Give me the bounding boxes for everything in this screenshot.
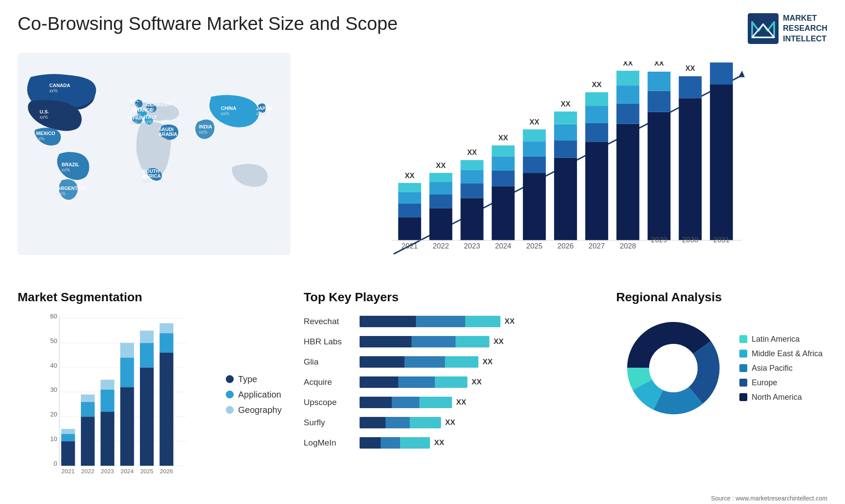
- legend-dot-type: [226, 375, 234, 383]
- player-bar-2: [360, 356, 478, 368]
- svg-text:xx%: xx%: [146, 107, 154, 112]
- player-bar-row-6: XX: [360, 436, 603, 450]
- svg-rect-115: [61, 434, 75, 442]
- players-title: Top Key Players: [304, 290, 603, 304]
- page-container: Co-Browsing Software Market Size and Sco…: [0, 0, 845, 504]
- bar-label-1: XX: [494, 337, 504, 346]
- svg-rect-83: [617, 71, 639, 85]
- svg-text:2026: 2026: [557, 242, 573, 250]
- players-section: Top Key Players Revechat HBR Labs Glia A…: [304, 290, 603, 501]
- bar-label-0: XX: [505, 317, 515, 326]
- svg-text:2028: 2028: [620, 242, 636, 250]
- header: Co-Browsing Software Market Size and Sco…: [18, 13, 827, 44]
- svg-text:CHINA: CHINA: [221, 106, 236, 111]
- player-name-1: HBR Labs: [304, 335, 342, 349]
- regional-legend: Latin America Middle East & Africa Asia …: [739, 335, 823, 402]
- player-bar-6: [360, 437, 430, 449]
- svg-rect-91: [679, 77, 702, 99]
- player-name-2: Glia: [304, 355, 342, 369]
- svg-text:2027: 2027: [588, 242, 605, 250]
- svg-rect-71: [554, 112, 577, 124]
- legend-label-application: Application: [238, 390, 281, 400]
- svg-text:XX: XX: [498, 134, 508, 142]
- svg-rect-94: [710, 62, 733, 84]
- legend-label-geography: Geography: [238, 405, 282, 415]
- svg-text:xx%: xx%: [256, 111, 265, 116]
- legend-dot-geography: [226, 406, 234, 414]
- svg-rect-119: [81, 402, 95, 417]
- player-bar-3: [360, 376, 467, 388]
- svg-text:XX: XX: [561, 100, 570, 108]
- svg-rect-76: [585, 106, 608, 123]
- bar-label-3: XX: [472, 378, 482, 387]
- svg-text:2021: 2021: [62, 468, 75, 475]
- svg-text:xx%: xx%: [129, 121, 138, 125]
- svg-text:xx%: xx%: [49, 88, 58, 93]
- svg-text:xx%: xx%: [199, 130, 207, 135]
- svg-rect-88: [647, 72, 670, 91]
- svg-text:2021: 2021: [401, 242, 418, 250]
- svg-rect-56: [492, 186, 514, 241]
- svg-text:30: 30: [50, 387, 57, 394]
- svg-text:60: 60: [50, 313, 57, 320]
- legend-text-asia: Asia Pacific: [752, 364, 793, 373]
- segmentation-section: Market Segmentation 0 10 20 30 40 50 60: [18, 290, 290, 501]
- regional-legend-asia: Asia Pacific: [739, 364, 823, 373]
- bar-label-4: XX: [456, 398, 467, 407]
- svg-text:ITALY: ITALY: [144, 114, 158, 120]
- svg-rect-135: [160, 333, 173, 353]
- svg-text:xx%: xx%: [40, 115, 48, 120]
- legend-sq-na: [739, 393, 747, 401]
- svg-text:AFRICA: AFRICA: [143, 173, 161, 179]
- svg-text:MEXICO: MEXICO: [36, 131, 55, 136]
- svg-text:INDIA: INDIA: [199, 124, 212, 129]
- svg-text:XX: XX: [592, 81, 602, 89]
- svg-rect-39: [398, 204, 421, 217]
- svg-text:xx%: xx%: [57, 191, 66, 196]
- player-bar-5: [360, 417, 441, 428]
- svg-rect-57: [492, 171, 514, 186]
- svg-text:2026: 2026: [160, 468, 173, 475]
- svg-rect-90: [679, 99, 702, 241]
- player-bar-row-3: XX: [360, 375, 603, 389]
- svg-text:xx%: xx%: [144, 120, 152, 124]
- svg-rect-120: [81, 394, 95, 402]
- legend-item-geography: Geography: [226, 405, 282, 415]
- svg-text:U.K.: U.K.: [130, 98, 140, 103]
- player-name-6: LogMeIn: [304, 436, 342, 450]
- legend-sq-latin: [739, 335, 747, 343]
- svg-text:2025: 2025: [140, 468, 154, 475]
- svg-rect-62: [523, 173, 546, 240]
- player-bar-1: [360, 336, 489, 347]
- svg-text:JAPAN: JAPAN: [256, 106, 272, 111]
- svg-rect-41: [398, 183, 421, 192]
- player-bar-row-5: XX: [360, 416, 603, 430]
- svg-text:xx%: xx%: [221, 111, 229, 116]
- player-name-4: Upscope: [304, 395, 342, 409]
- svg-text:XX: XX: [654, 62, 664, 67]
- donut-svg: [616, 311, 731, 425]
- player-bar-row-4: XX: [360, 395, 603, 409]
- svg-rect-130: [140, 368, 154, 466]
- bar-label-6: XX: [434, 438, 445, 447]
- legend-sq-mea: [739, 350, 747, 358]
- regional-legend-mea: Middle East & Africa: [739, 349, 823, 358]
- regional-legend-europe: Europe: [739, 378, 823, 387]
- svg-rect-128: [120, 343, 134, 358]
- svg-text:2023: 2023: [464, 242, 480, 250]
- seg-chart-svg: 0 10 20 30 40 50 60: [18, 311, 217, 478]
- svg-rect-81: [617, 104, 639, 124]
- bar-chart-svg: XX 2021 XX 2022 XX 2023: [304, 62, 827, 281]
- svg-text:2022: 2022: [433, 242, 449, 250]
- svg-rect-136: [160, 323, 173, 333]
- svg-rect-122: [101, 412, 114, 466]
- svg-rect-77: [585, 92, 608, 106]
- player-bar-row-2: XX: [360, 355, 603, 369]
- player-bar-0: [360, 316, 500, 327]
- svg-text:U.S.: U.S.: [40, 109, 49, 114]
- svg-rect-45: [430, 194, 452, 208]
- seg-chart-container: 0 10 20 30 40 50 60: [18, 311, 290, 478]
- player-bar-row-0: XX: [360, 314, 603, 329]
- legend-text-latin: Latin America: [752, 335, 800, 344]
- main-grid: CANADA xx% U.S. xx% MEXICO xx% BRAZIL xx…: [18, 53, 827, 501]
